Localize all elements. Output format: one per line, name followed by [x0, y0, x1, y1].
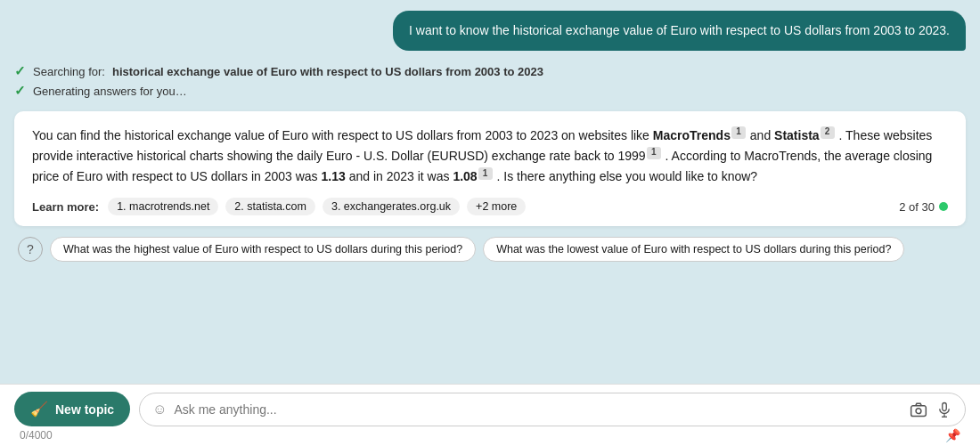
ask-input[interactable]: [174, 402, 902, 417]
searching-prefix: Searching for:: [33, 65, 105, 78]
macrotrends-link[interactable]: MacroTrends: [653, 128, 731, 142]
char-count: 0/4000: [20, 429, 53, 442]
input-right-icons: [910, 401, 952, 418]
statista-link[interactable]: Statista: [774, 128, 820, 142]
smiley-icon: ☺: [152, 401, 167, 418]
suggestion-chip-lowest[interactable]: What was the lowest value of Euro with r…: [483, 237, 904, 262]
green-dot-icon: [939, 202, 948, 211]
check-icon-generate: ✓: [14, 83, 26, 99]
link-exchangerates[interactable]: 3. exchangerates.org.uk: [323, 198, 460, 215]
value-2023: 1.08: [453, 169, 477, 183]
more-links-badge[interactable]: +2 more: [467, 198, 526, 215]
generating-status-row: ✓ Generating answers for you…: [14, 83, 966, 99]
learn-more-label: Learn more:: [32, 200, 99, 214]
check-icon-search: ✓: [14, 63, 26, 79]
searching-query: historical exchange value of Euro with r…: [112, 65, 543, 78]
user-bubble: I want to know the historical exchange v…: [393, 11, 966, 51]
link-macrotrends[interactable]: 1. macrotrends.net: [108, 198, 218, 215]
suggestion-chip-highest[interactable]: What was the highest value of Euro with …: [50, 237, 476, 262]
searching-status-row: ✓ Searching for: historical exchange val…: [14, 63, 966, 79]
generating-text: Generating answers for you…: [33, 85, 187, 98]
learn-more-row: Learn more: 1. macrotrends.net 2. statis…: [32, 198, 948, 215]
ref-badge-4: 1: [478, 167, 493, 180]
new-topic-button[interactable]: 🧹 New topic: [14, 392, 130, 426]
value-2003: 1.13: [322, 169, 346, 183]
bottom-bar: 🧹 New topic ☺: [0, 384, 980, 446]
svg-point-1: [916, 408, 921, 413]
svg-rect-2: [943, 402, 947, 410]
ask-input-wrap: ☺: [139, 393, 966, 426]
broom-icon: 🧹: [30, 401, 48, 418]
new-topic-label: New topic: [55, 402, 114, 417]
camera-icon-button[interactable]: [910, 401, 927, 418]
suggestions-icon: ?: [18, 237, 43, 262]
link-statista[interactable]: 2. statista.com: [225, 198, 315, 215]
ref-badge-3: 1: [647, 147, 661, 159]
page-indicator: 2 of 30: [899, 200, 948, 214]
user-message-row: I want to know the historical exchange v…: [14, 11, 966, 51]
answer-card: You can find the historical exchange val…: [14, 111, 966, 226]
answer-text: You can find the historical exchange val…: [32, 126, 948, 187]
svg-rect-0: [911, 405, 927, 416]
ref-badge-2: 2: [821, 126, 835, 139]
char-count-row: 0/4000 📌: [14, 426, 966, 442]
pin-icon[interactable]: 📌: [945, 428, 960, 442]
mic-icon-button[interactable]: [936, 401, 952, 418]
suggestions-row: ? What was the highest value of Euro wit…: [14, 237, 966, 262]
page-count: 2 of 30: [899, 200, 935, 214]
input-row: 🧹 New topic ☺: [14, 392, 966, 426]
user-message-text: I want to know the historical exchange v…: [409, 23, 950, 37]
ref-badge-1: 1: [731, 126, 746, 139]
